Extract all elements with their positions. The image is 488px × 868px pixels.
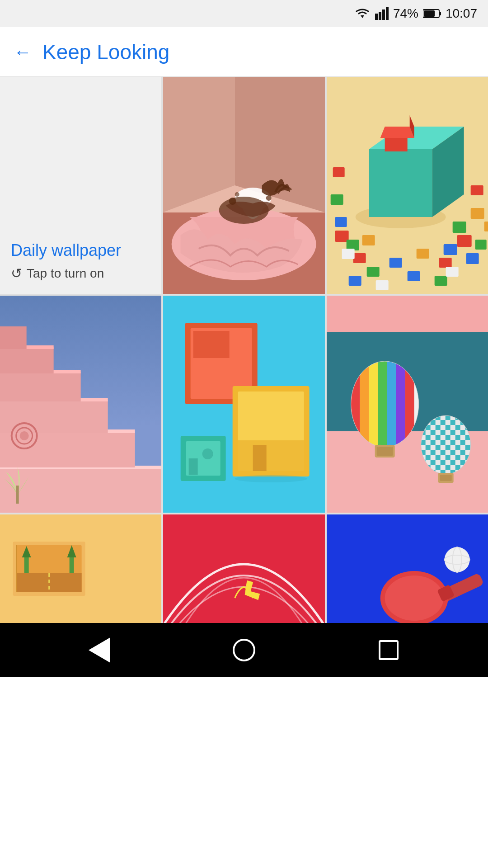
status-icons: 74% 10:07 (354, 6, 477, 21)
svg-marker-0 (361, 15, 364, 18)
svg-rect-34 (475, 240, 486, 250)
svg-rect-75 (253, 445, 267, 471)
svg-point-80 (235, 475, 307, 482)
home-nav-icon (233, 639, 255, 661)
nav-bar (0, 623, 488, 677)
colorful-frames-art (163, 296, 324, 513)
svg-rect-7 (424, 10, 435, 17)
svg-rect-67 (16, 486, 19, 504)
svg-rect-44 (362, 235, 375, 245)
svg-rect-63 (0, 326, 27, 349)
svg-rect-3 (382, 9, 385, 20)
svg-rect-103 (440, 475, 451, 481)
wifi-icon (354, 7, 371, 20)
svg-rect-47 (484, 222, 488, 231)
svg-rect-59 (0, 372, 81, 401)
svg-rect-39 (335, 217, 347, 227)
svg-rect-31 (470, 185, 483, 195)
svg-rect-84 (360, 361, 369, 447)
svg-rect-74 (238, 440, 304, 471)
daily-wallpaper-subtitle: ↺ Tap to turn on (11, 265, 150, 281)
orange-scene-cell[interactable] (0, 514, 161, 623)
svg-rect-85 (369, 361, 378, 447)
pink-stairs-cell[interactable] (0, 296, 161, 513)
svg-point-17 (235, 192, 239, 197)
svg-rect-46 (416, 249, 429, 259)
svg-rect-83 (351, 361, 360, 447)
top-bar: ← Keep Looking (0, 27, 488, 77)
blue-pingpong-art (327, 514, 488, 623)
back-button[interactable]: ← (14, 43, 32, 61)
svg-rect-50 (375, 280, 388, 290)
svg-rect-43 (407, 271, 420, 281)
recent-nav-button[interactable] (371, 632, 407, 668)
svg-rect-38 (466, 253, 479, 264)
svg-rect-71 (193, 331, 230, 358)
svg-rect-61 (0, 347, 54, 373)
svg-point-16 (266, 195, 272, 201)
refresh-icon: ↺ (11, 265, 22, 281)
back-nav-button[interactable] (81, 632, 117, 668)
svg-rect-86 (378, 361, 387, 447)
svg-point-100 (421, 415, 470, 474)
red-track-art (163, 514, 324, 623)
svg-rect-2 (379, 12, 381, 20)
svg-rect-29 (439, 258, 451, 268)
svg-rect-40 (389, 258, 402, 268)
svg-rect-53 (0, 467, 161, 513)
svg-rect-92 (376, 447, 393, 456)
svg-rect-33 (452, 222, 466, 233)
svg-rect-23 (385, 138, 407, 151)
svg-rect-87 (387, 361, 396, 447)
battery-text: 74% (393, 6, 418, 21)
daily-wallpaper-cell[interactable]: Daily wallpaper ↺ Tap to turn on (0, 77, 161, 294)
svg-rect-30 (333, 167, 344, 177)
signal-icon (375, 7, 389, 20)
svg-marker-24 (380, 127, 414, 138)
svg-rect-6 (439, 12, 441, 15)
svg-rect-35 (330, 194, 343, 205)
hot-air-balloons-cell[interactable] (327, 296, 488, 513)
battery-icon (423, 9, 441, 19)
orange-scene-art (0, 514, 161, 623)
page-title: Keep Looking (42, 40, 169, 64)
svg-rect-111 (24, 555, 29, 573)
red-track-cell[interactable] (163, 514, 324, 623)
3d-blocks-cell[interactable] (327, 77, 488, 294)
balloons-svg (327, 296, 488, 513)
svg-rect-116 (163, 514, 324, 623)
svg-point-120 (385, 576, 443, 621)
time-text: 10:07 (446, 6, 477, 21)
svg-rect-28 (457, 235, 471, 247)
svg-rect-49 (446, 267, 458, 277)
recent-nav-icon (379, 640, 399, 660)
wallpaper-grid: Daily wallpaper ↺ Tap to turn on (0, 77, 488, 623)
svg-rect-20 (369, 149, 432, 217)
colorful-frames-cell[interactable] (163, 296, 324, 513)
pink-stairs-art (0, 296, 161, 513)
svg-rect-4 (386, 7, 389, 20)
svg-point-122 (444, 547, 469, 572)
svg-rect-41 (443, 244, 457, 255)
svg-rect-48 (342, 249, 354, 259)
3d-blocks-art (327, 77, 488, 294)
svg-point-79 (202, 448, 213, 459)
svg-rect-78 (189, 458, 198, 475)
svg-point-66 (20, 431, 29, 440)
svg-rect-45 (470, 208, 484, 219)
svg-rect-57 (0, 400, 108, 433)
svg-rect-36 (366, 267, 379, 277)
svg-rect-37 (434, 276, 447, 286)
svg-rect-27 (353, 253, 366, 263)
pink-fabric-art (163, 77, 324, 294)
status-bar: 74% 10:07 (0, 0, 488, 27)
svg-rect-42 (348, 276, 361, 286)
pink-fabric-cell[interactable] (163, 77, 324, 294)
svg-rect-1 (375, 14, 378, 20)
home-nav-button[interactable] (226, 632, 262, 668)
blue-pingpong-cell[interactable] (327, 514, 488, 623)
svg-rect-89 (405, 361, 414, 447)
back-nav-icon (89, 637, 110, 663)
svg-rect-88 (396, 361, 405, 447)
svg-point-15 (229, 198, 236, 205)
